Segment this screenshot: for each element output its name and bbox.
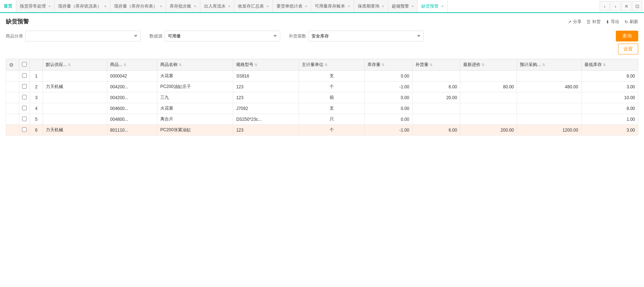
- row-restock-cell: [412, 71, 460, 81]
- tab-expiry-label: 保质期查询: [358, 3, 379, 9]
- row-checkbox-0[interactable]: [22, 73, 27, 78]
- th-supplier[interactable]: 默认供应...⇅: [43, 59, 107, 71]
- row-latest-price-cell: [460, 114, 517, 125]
- tab-summary-close[interactable]: ×: [266, 4, 269, 8]
- tab-overstock-close[interactable]: ×: [412, 4, 414, 8]
- table-row[interactable]: 6力天机械801110...PC200张紧油缸123个-1.006.00200.…: [6, 125, 638, 136]
- tab-expiry-close[interactable]: ×: [382, 4, 384, 8]
- table-row[interactable]: 4004600...火花塞J7092支0.008.00: [6, 103, 638, 114]
- th-sku[interactable]: 商品...⇅: [107, 59, 157, 71]
- tab-stock-dist-label: 现存量（库存分布表）: [114, 3, 157, 9]
- sort-min-stock-icon: ⇅: [603, 63, 606, 67]
- row-checkbox-1[interactable]: [22, 84, 27, 89]
- row-spec-cell: SS816: [233, 71, 299, 81]
- tab-picking-close[interactable]: ×: [48, 4, 51, 8]
- tab-summary[interactable]: 收发存汇总表 ×: [234, 0, 273, 13]
- restock-icon: ☰: [587, 19, 591, 25]
- tab-stock-dist[interactable]: 现存量（库存分布表） ×: [110, 0, 166, 13]
- row-latest-price-cell: [460, 92, 517, 103]
- tab-overstock-label: 超储预警: [392, 3, 409, 9]
- row-sku-cell: 004200...: [107, 81, 157, 92]
- row-settings-cell: [6, 92, 19, 103]
- row-est-purchase-cell: 1200.00: [517, 125, 581, 136]
- row-index-cell: 6: [30, 125, 43, 136]
- sort-est-purchase-icon: ⇅: [542, 63, 545, 67]
- th-stock[interactable]: 库存量⇅: [365, 59, 412, 71]
- row-unit-cell: 个: [299, 81, 365, 92]
- th-check: [19, 59, 30, 71]
- tab-available[interactable]: 可用量库存账本 ×: [311, 0, 354, 13]
- th-index: [30, 59, 43, 71]
- export-button[interactable]: ⬇ 导出: [606, 19, 619, 25]
- row-checkbox-4[interactable]: [22, 116, 27, 121]
- th-est-purchase[interactable]: 预计采购...⇅: [517, 59, 581, 71]
- settings-button[interactable]: 设置: [618, 44, 638, 54]
- category-select[interactable]: [25, 31, 141, 41]
- row-checkbox-2[interactable]: [22, 95, 27, 100]
- th-min-stock[interactable]: 最低库存⇅: [581, 59, 638, 71]
- row-sku-cell: 004600...: [107, 103, 157, 114]
- sort-spec-icon: ⇅: [254, 63, 257, 67]
- tab-expiry[interactable]: 保质期查询 ×: [354, 0, 388, 13]
- share-button[interactable]: ↗ 分享: [568, 19, 582, 25]
- row-settings-cell: [6, 81, 19, 92]
- tab-batch-close[interactable]: ×: [194, 4, 196, 8]
- refresh-button[interactable]: ↻ 刷新: [625, 19, 638, 25]
- row-supplier-cell: [43, 71, 107, 81]
- tab-flow-close[interactable]: ×: [228, 4, 230, 8]
- row-stock-cell: 0.00: [365, 103, 412, 114]
- restock-button[interactable]: ☰ 补货: [587, 19, 601, 25]
- row-checkbox-3[interactable]: [22, 106, 27, 110]
- tab-shortage-close[interactable]: ×: [441, 4, 443, 8]
- header-actions: ↗ 分享 ☰ 补货 ⬇ 导出 ↻ 刷新: [568, 19, 638, 25]
- row-stock-cell: -1.00: [365, 125, 412, 136]
- tab-stock-dist-close[interactable]: ×: [160, 4, 162, 8]
- tab-flow[interactable]: 出入库流水 ×: [200, 0, 234, 13]
- table-row[interactable]: 5004800...离合片DS250*23c...只0.001.00: [6, 114, 638, 125]
- tab-demand[interactable]: 要货单统计表 ×: [273, 0, 311, 13]
- tab-picking[interactable]: 拣货异常处理 ×: [16, 0, 55, 13]
- page-title: 缺货预警: [6, 18, 29, 26]
- row-supplier-cell: [43, 92, 107, 103]
- th-settings[interactable]: ⚙: [6, 59, 19, 71]
- nav-prev-btn[interactable]: ‹: [600, 1, 610, 11]
- nav-next-btn[interactable]: ›: [610, 1, 621, 11]
- table-row[interactable]: 3004200...三九123箱0.0020.0010.00: [6, 92, 638, 103]
- tab-demand-close[interactable]: ×: [305, 4, 307, 8]
- table-row[interactable]: 2力天机械004200...PC200油缸庄子123个-1.006.0080.0…: [6, 81, 638, 92]
- row-restock-cell: 20.00: [412, 92, 460, 103]
- table-header-row: ⚙ 默认供应...⇅ 商品...⇅ 商品名称⇅ 规格型号⇅: [6, 59, 638, 71]
- nav-close-btn[interactable]: ✕: [621, 1, 631, 11]
- row-check-cell: [19, 103, 30, 114]
- th-spec[interactable]: 规格型号⇅: [233, 59, 299, 71]
- tab-batch[interactable]: 库存批次账 ×: [166, 0, 200, 13]
- page-content: 缺货预警 ↗ 分享 ☰ 补货 ⬇ 导出 ↻ 刷新 商品分类: [0, 13, 644, 287]
- th-name[interactable]: 商品名称⇅: [157, 59, 233, 71]
- tab-demand-label: 要货单统计表: [277, 3, 303, 9]
- settings-icon[interactable]: ⚙: [9, 62, 14, 68]
- nav-expand-btn[interactable]: ⊡: [632, 1, 642, 11]
- tab-stock-status[interactable]: 现存量（库存状况表） ×: [55, 0, 110, 13]
- tab-available-close[interactable]: ×: [348, 4, 350, 8]
- th-restock[interactable]: 补货量⇅: [412, 59, 460, 71]
- row-checkbox-5[interactable]: [22, 127, 27, 132]
- tab-stock-status-close[interactable]: ×: [104, 4, 106, 8]
- row-est-purchase-cell: [517, 114, 581, 125]
- row-sku-cell: 0000042: [107, 71, 157, 81]
- select-all-checkbox[interactable]: [22, 62, 27, 67]
- row-name-cell: 火花塞: [157, 71, 233, 81]
- category-label: 商品分类: [6, 33, 23, 39]
- tab-overstock[interactable]: 超储预警 ×: [388, 0, 418, 13]
- datasource-select[interactable]: 可用量: [165, 31, 280, 41]
- row-check-cell: [19, 125, 30, 136]
- tab-shortage[interactable]: 缺货预警 ×: [418, 0, 447, 13]
- table-row[interactable]: 10000042火花塞SS816支0.008.00: [6, 71, 638, 81]
- row-spec-cell: DS250*23c...: [233, 114, 299, 125]
- th-latest-price[interactable]: 最新进价⇅: [460, 59, 517, 71]
- tab-home[interactable]: 首页: [0, 0, 16, 13]
- query-button[interactable]: 查询: [616, 31, 638, 41]
- row-check-cell: [19, 92, 30, 103]
- row-latest-price-cell: 80.00: [460, 81, 517, 92]
- th-unit[interactable]: 主计量单位⇅: [299, 59, 365, 71]
- restock-base-select[interactable]: 安全库存: [308, 31, 424, 41]
